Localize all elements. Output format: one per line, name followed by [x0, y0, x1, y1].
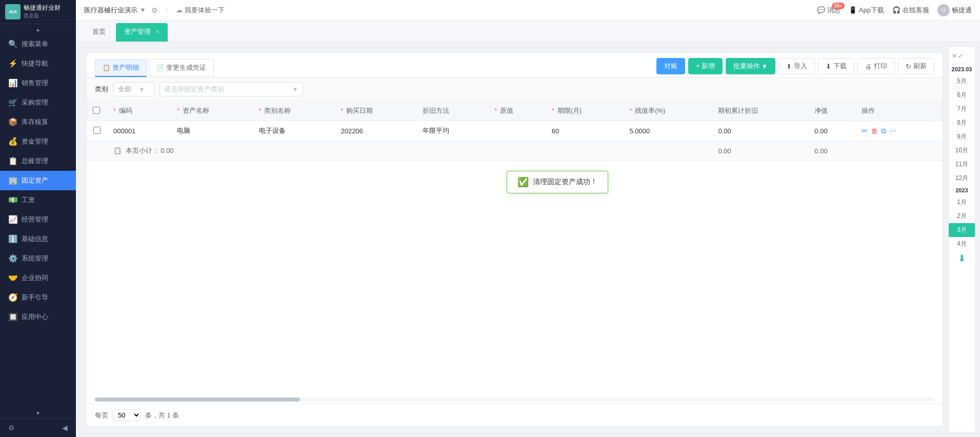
sidebar-scroll-down[interactable]: ▼: [35, 410, 41, 416]
panel-expand-icon[interactable]: ⤢: [958, 52, 963, 59]
scroll-thumb[interactable]: [95, 398, 300, 402]
subtotal-label: 📋 本页小计： 0.00: [107, 141, 488, 161]
assets-table: * 编码 * 资产名称 * 类别名称: [87, 101, 943, 161]
info-icon: ℹ️: [8, 234, 17, 244]
sidebar: AtA 畅捷通好业财 普及版 ▲ 🔍 搜索菜单 ⚡ 快捷导航 📊 销售管理: [0, 0, 76, 437]
total-label: 条，共 1 条: [145, 411, 179, 420]
settings-bottom-icon[interactable]: ⚙: [8, 424, 15, 432]
panel-month-3-current[interactable]: 3月: [949, 223, 975, 237]
header-operation: 操作: [855, 101, 943, 121]
panel-month-9[interactable]: 9月: [949, 130, 975, 144]
tab-assets[interactable]: 资产管理 ×: [116, 23, 168, 42]
row-checkbox-cell: [87, 121, 107, 141]
sidebar-item-apps[interactable]: 🔲 应用中心: [0, 307, 76, 327]
logo-sub: 普及版: [24, 12, 61, 19]
refresh-btn[interactable]: ↻ 刷新: [898, 58, 934, 74]
download-btn[interactable]: ⬇ 下载: [818, 58, 854, 74]
horizontal-scrollbar[interactable]: [95, 398, 934, 402]
settings-gear-icon[interactable]: ⚙: [151, 6, 158, 14]
category-select[interactable]: 全部 ▼: [113, 82, 154, 96]
experience-btn[interactable]: ☁ 我要体验一下: [176, 6, 225, 15]
sidebar-item-inventory[interactable]: 📦 库存核算: [0, 112, 76, 132]
reconcile-btn[interactable]: 对账: [656, 58, 685, 74]
app-download-btn[interactable]: 📱 App下载: [849, 6, 884, 15]
doc-icon: 📄: [156, 64, 164, 71]
sidebar-item-operations[interactable]: 📈 经营管理: [0, 210, 76, 229]
tabbar: 首页 资产管理 ×: [76, 21, 980, 42]
panel-month-4[interactable]: 4月: [949, 237, 975, 251]
company-selector[interactable]: 医疗器械行业演示 ▼: [84, 6, 146, 15]
table-wrap: * 编码 * 资产名称 * 类别名称: [87, 101, 943, 395]
tab-close-icon[interactable]: ×: [156, 28, 159, 35]
subtotal-period: [546, 141, 624, 161]
batch-dropdown-icon: ▼: [761, 63, 768, 70]
select-all-checkbox[interactable]: [93, 107, 100, 114]
new-btn[interactable]: + 新增: [688, 58, 723, 74]
row-initial-accumulated: 0.00: [712, 121, 808, 141]
category-label: 类别: [95, 85, 108, 94]
header-residual-rate: * 残值率(%): [624, 101, 712, 121]
sidebar-item-ledger[interactable]: 📋 总账管理: [0, 151, 76, 171]
edit-icon[interactable]: ✏: [862, 127, 868, 135]
delete-icon[interactable]: 🗑: [871, 127, 878, 135]
tab-home[interactable]: 首页: [84, 23, 114, 42]
service-btn[interactable]: 🎧 在线客服: [892, 6, 929, 15]
per-page-select[interactable]: 50 100 200: [112, 409, 141, 421]
panel-year-2023: 2023: [955, 185, 968, 195]
panel-month-5[interactable]: 5月: [949, 74, 975, 88]
user-menu[interactable]: U 畅捷通: [937, 4, 972, 16]
sidebar-item-collaboration[interactable]: 🤝 企业协同: [0, 268, 76, 288]
pagination: 每页 50 100 200 条，共 1 条: [87, 404, 943, 426]
sidebar-item-guide[interactable]: 🧭 新手引导: [0, 288, 76, 307]
topbar-right: 💬 消息 99+ 📱 App下载 🎧 在线客服 U 畅捷通: [817, 4, 972, 16]
asset-category-filter[interactable]: 请选择固定资产类别 ▼: [159, 82, 303, 96]
panel-month-7[interactable]: 7月: [949, 102, 975, 116]
subtotal-initial-accumulated: 0.00: [712, 141, 808, 161]
sidebar-item-finance[interactable]: 💰 资金管理: [0, 132, 76, 151]
list-icon: 📋: [103, 64, 110, 71]
payroll-icon: 💵: [8, 195, 17, 205]
sidebar-item-quicknav[interactable]: ⚡ 快捷导航: [0, 54, 76, 73]
row-checkbox[interactable]: [93, 127, 101, 134]
cart-icon: 🛒: [8, 98, 17, 107]
row-depreciation-method: 年限平均: [416, 121, 488, 141]
sidebar-item-fixed-assets[interactable]: 🏢 固定资产: [0, 171, 76, 190]
panel-down-arrow[interactable]: ⬇: [958, 253, 966, 264]
panel-month-6[interactable]: 6月: [949, 88, 975, 102]
panel-month-12[interactable]: 12月: [949, 171, 975, 185]
sidebar-item-sales[interactable]: 📊 销售管理: [0, 73, 76, 93]
company-dropdown-icon: ▼: [139, 6, 146, 14]
trend-icon: 📈: [8, 215, 17, 224]
subtab-change-voucher[interactable]: 📄 变更生成凭证: [149, 59, 214, 76]
panel-month-10[interactable]: 10月: [949, 144, 975, 157]
panel-year-label: 2023.03: [952, 64, 972, 74]
sidebar-item-basic-info[interactable]: ℹ️ 基础信息: [0, 229, 76, 249]
more-icon[interactable]: ⋯: [889, 127, 896, 135]
subtab-bar: 📋 资产明细 📄 变更生成凭证 对账 + 新增 批量操作 ▼: [87, 53, 943, 78]
cloud-icon: ☁: [176, 6, 183, 14]
sidebar-item-system[interactable]: ⚙️ 系统管理: [0, 249, 76, 268]
batch-btn[interactable]: 批量操作 ▼: [726, 58, 775, 74]
print-btn[interactable]: 🖨 打印: [857, 58, 895, 74]
building-icon: 🏢: [8, 176, 17, 185]
apps-icon: 🔲: [8, 312, 17, 322]
header-net-value: 净值: [808, 101, 855, 121]
copy-icon[interactable]: ⧉: [881, 127, 886, 135]
collapse-icon[interactable]: ◀: [62, 424, 68, 432]
header-initial-accumulated: 期初累计折旧: [712, 101, 808, 121]
export-btn[interactable]: ⬆ 导入: [778, 58, 815, 74]
panel-month-1[interactable]: 1月: [949, 195, 975, 209]
subtab-asset-detail[interactable]: 📋 资产明细: [95, 59, 147, 77]
sidebar-item-payroll[interactable]: 💵 工资: [0, 190, 76, 210]
row-net-value: 0.00: [808, 121, 855, 141]
sidebar-scroll-up[interactable]: ▲: [35, 27, 41, 32]
sidebar-item-search[interactable]: 🔍 搜索菜单: [0, 34, 76, 54]
message-icon: 💬: [817, 6, 825, 14]
sidebar-item-purchase[interactable]: 🛒 采购管理: [0, 93, 76, 112]
panel-month-11[interactable]: 11月: [949, 157, 975, 171]
subtotal-icon: 📋: [113, 147, 122, 154]
message-btn[interactable]: 💬 消息 99+: [817, 6, 841, 15]
panel-close-icon[interactable]: ✕: [952, 52, 957, 59]
panel-month-2[interactable]: 2月: [949, 209, 975, 223]
panel-month-8[interactable]: 8月: [949, 116, 975, 130]
